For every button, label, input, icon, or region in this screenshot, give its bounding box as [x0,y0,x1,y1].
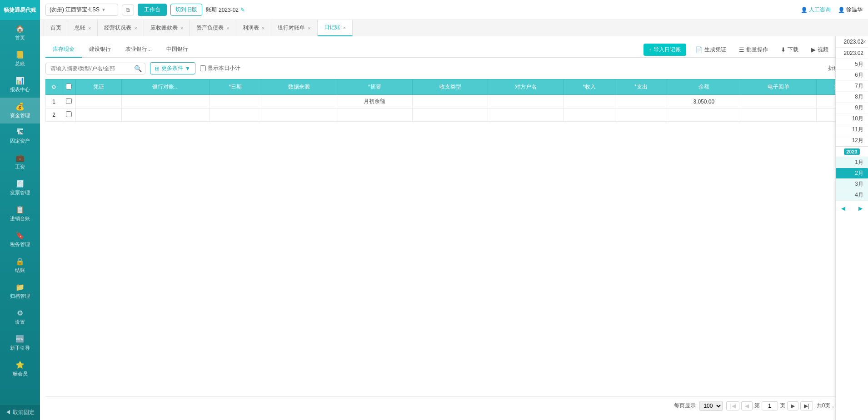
sub-tab-nongye[interactable]: 农业银行... [118,42,159,58]
import-button[interactable]: ↑ 导入日记账 [644,44,687,56]
td-date [210,95,261,109]
sidebar-item-home[interactable]: 🏠 首页 [0,20,40,46]
date-month-11[interactable]: 11月 [836,124,868,135]
generate-voucher-button[interactable]: 📄 生成凭证 [692,44,730,55]
th-summary: *摘要 [337,79,412,95]
page-input[interactable] [762,401,778,410]
tab-ledger[interactable]: 总账 × [68,20,98,36]
row-checkbox[interactable] [66,111,72,117]
td-checkbox[interactable] [62,95,76,109]
old-version-button[interactable]: 切到旧版 [170,4,202,16]
video-button[interactable]: ▶ 视频 [808,44,832,55]
content-area: 库存现金 建设银行 农业银行... 中国银行 ↑ 导入日记账 📄 生成凭证 [40,36,868,420]
td-bank-account [121,95,210,109]
user-menu[interactable]: 👤 徐温华 [838,6,863,14]
td-income [564,95,615,109]
search-icon[interactable]: 🔍 [134,65,142,72]
sidebar-item-member[interactable]: ⭐ 畅会员 [0,356,40,382]
invoice-icon: 🧾 [15,179,25,188]
date-month-12[interactable]: 12月 [836,135,868,146]
tab-close-receivable[interactable]: × [180,25,183,31]
download-button[interactable]: ⬇ 下载 [777,44,802,55]
show-daily-sum-label[interactable]: 显示本日小计 [200,64,240,72]
sub-tab-cash[interactable]: 库存现金 [45,42,82,58]
th-checkbox[interactable] [62,79,76,95]
sidebar-item-invoice[interactable]: 🧾 发票管理 [0,175,40,201]
date-month-6[interactable]: 6月 [836,70,868,81]
more-filter-button[interactable]: ⊞ 更多条件 ▼ [150,62,195,74]
date-month-9[interactable]: 9月 [836,103,868,114]
sidebar-item-guide[interactable]: 🆕 新手引导 [0,330,40,356]
per-page-select[interactable]: 100 10 20 50 200 [699,401,723,411]
batch-icon: ☰ [739,46,744,53]
sidebar-item-funds[interactable]: 💰 资金管理 [0,98,40,124]
show-daily-sum-checkbox[interactable] [200,65,206,71]
sidebar-item-settings[interactable]: ⚙ 设置 [0,304,40,330]
last-page-button[interactable]: ▶| [800,401,813,410]
date-month-7[interactable]: 7月 [836,81,868,92]
sidebar-item-archive[interactable]: 📁 归档管理 [0,278,40,304]
td-expense [615,95,667,109]
date-next-button[interactable]: ▶ [857,203,864,213]
tab-journal[interactable]: 日记账 × [318,20,353,36]
date-month-10[interactable]: 10月 [836,114,868,124]
sub-tab-jianshe[interactable]: 建设银行 [82,42,118,58]
prev-page-button[interactable]: ◀ [741,401,753,410]
row-checkbox[interactable] [66,98,72,104]
sub-tab-zhongguo[interactable]: 中国银行 [159,42,195,58]
sidebar-item-closing[interactable]: 🔒 结账 [0,252,40,278]
th-settings[interactable]: ⚙ [46,79,62,95]
next-page-button[interactable]: ▶ [787,401,798,410]
tab-close-assets[interactable]: × [226,25,229,31]
date-panel-period-2[interactable]: 2023.02 [836,48,868,59]
date-panel-close-button[interactable]: × [863,38,866,45]
date-month-4[interactable]: 4月 [836,190,868,201]
date-month-5[interactable]: 5月 [836,59,868,70]
tab-business[interactable]: 经营状况表 × [98,20,144,36]
date-prev-button[interactable]: ◀ [839,203,847,213]
tab-close-journal[interactable]: × [343,25,346,30]
company-name: (勿册) 江西辞宝-LSS [50,6,100,14]
date-month-8[interactable]: 8月 [836,92,868,103]
sidebar-item-label: 畅会员 [13,371,28,377]
filter-bar: 🔍 ⊞ 更多条件 ▼ 显示本日小计 折称： 人民币 [45,62,863,74]
td-data-source [261,95,337,109]
select-all-checkbox[interactable] [66,84,72,89]
tab-bank[interactable]: 银行对账单 × [271,20,317,36]
sidebar-item-label: 总账 [15,60,25,67]
first-page-button[interactable]: |◀ [726,401,739,410]
td-checkbox[interactable] [62,109,76,122]
tab-assets[interactable]: 资产负债表 × [190,20,236,36]
date-month-1[interactable]: 1月 [836,157,868,168]
sidebar-item-sales[interactable]: 📋 进销台账 [0,201,40,227]
date-panel: × 2023.02 2023.02 5月 6月 7月 8月 9月 10月 11月… [835,36,868,420]
td-bank-account [121,109,210,122]
service-button[interactable]: 👤 人工咨询 [801,6,831,14]
period-edit-icon[interactable]: ✎ [240,7,245,13]
batch-button[interactable]: ☰ 批量操作 [735,44,772,55]
tab-close-business[interactable]: × [134,25,137,31]
date-month-3[interactable]: 3月 [836,179,868,190]
fixed-assets-icon: 🏗 [16,128,24,136]
workbench-button[interactable]: 工作台 [138,4,167,16]
sidebar-item-ledger[interactable]: 📒 总账 [0,46,40,72]
tab-close-ledger[interactable]: × [88,25,91,31]
filter-dropdown-arrow: ▼ [185,65,190,72]
company-selector[interactable]: (勿册) 江西辞宝-LSS ▼ [45,4,118,16]
tab-close-profit[interactable]: × [262,25,264,31]
pin-toggle[interactable]: ◀ 取消固定 [0,405,40,420]
tab-home[interactable]: 首页 [44,20,68,36]
copy-button[interactable]: ⧉ [122,5,134,15]
th-expense: *支出 [615,79,667,95]
sidebar-item-tax[interactable]: 🔖 税务管理 [0,227,40,252]
tab-profit[interactable]: 利润表 × [236,20,271,36]
reports-icon: 📊 [15,76,25,85]
sidebar-item-salary[interactable]: 💼 工资 [0,149,40,175]
sidebar-item-reports[interactable]: 📊 报表中心 [0,72,40,98]
tab-receivable[interactable]: 应收账款表 × [144,20,190,36]
tab-close-bank[interactable]: × [308,25,310,31]
sidebar-item-fixed-assets[interactable]: 🏗 固定资产 [0,124,40,149]
date-month-2[interactable]: 2月 [836,168,868,179]
period-info: 账期 2023-02 ✎ [206,6,245,14]
search-input[interactable] [45,63,145,74]
